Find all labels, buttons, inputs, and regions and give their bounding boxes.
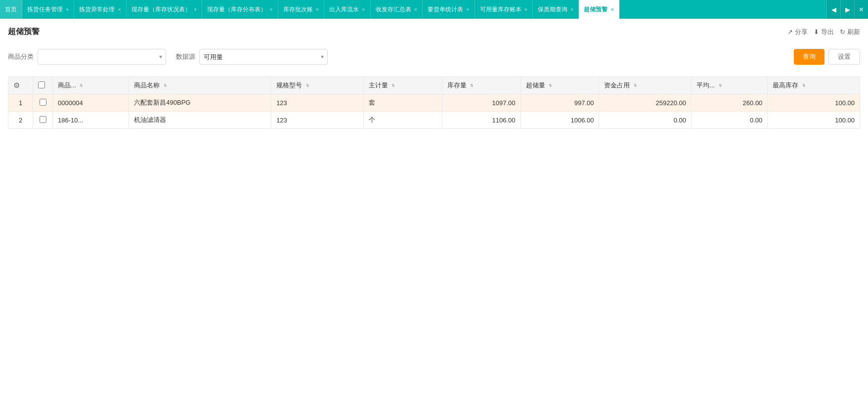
th-excess-label: 超储量 xyxy=(526,81,545,89)
close-icon[interactable]: × xyxy=(118,6,121,12)
nav-item-5[interactable]: 库存批次账 × xyxy=(278,0,324,19)
nav-next-button[interactable]: ▶ xyxy=(840,0,854,19)
nav-arrows: ◀ ▶ ✕ xyxy=(826,0,868,19)
td-unit: 套 xyxy=(363,94,442,112)
td-excess: 1006.00 xyxy=(521,112,599,129)
nav-item-home[interactable]: 首页 xyxy=(0,0,22,19)
nav-item-label: 拣货异常处理 xyxy=(79,5,115,14)
page-container: 超储预警 ↗ 分享 ⬇ 导出 ↻ 刷新 商品分类 xyxy=(0,19,868,395)
nav-item-4[interactable]: 现存量（库存分布表） × xyxy=(202,0,278,19)
export-label: 导出 xyxy=(821,28,834,37)
th-capital-label: 资金占用 xyxy=(604,81,630,89)
sort-icon: ⇅ xyxy=(391,84,395,88)
th-max-stock[interactable]: 最高库存 ⇅ xyxy=(768,77,860,94)
td-capital: 0.00 xyxy=(599,112,692,129)
close-icon[interactable]: × xyxy=(414,6,417,12)
sort-icon: ⇅ xyxy=(802,84,806,88)
page-header: 超储预警 ↗ 分享 ⬇ 导出 ↻ 刷新 xyxy=(8,27,860,37)
nav-item-label: 保质期查询 xyxy=(538,5,567,14)
th-stock[interactable]: 库存量 ⇅ xyxy=(442,77,521,94)
th-settings[interactable]: ⚙ xyxy=(8,77,33,94)
settings-button[interactable]: 设置 xyxy=(828,49,860,65)
td-stock: 1097.00 xyxy=(442,94,521,112)
query-button[interactable]: 查询 xyxy=(794,49,825,65)
td-index: 2 xyxy=(8,112,33,129)
close-icon[interactable]: × xyxy=(362,6,365,12)
category-select[interactable] xyxy=(38,49,166,65)
nav-item-active[interactable]: 超储预警 × xyxy=(579,0,619,19)
nav-item-label: 库存批次账 xyxy=(283,5,313,14)
refresh-icon: ↻ xyxy=(840,28,845,36)
data-table: ⚙ 商品... ⇅ 商品名称 ⇅ 规格型号 ⇅ 主计量 xyxy=(8,77,860,129)
datasource-label: 数据源 xyxy=(176,52,195,61)
nav-item-10[interactable]: 保质期查询 × xyxy=(533,0,579,19)
nav-item-2[interactable]: 拣货异常处理 × xyxy=(74,0,126,19)
share-button[interactable]: ↗ 分享 xyxy=(787,28,808,37)
td-unit: 个 xyxy=(363,112,442,129)
td-index: 1 xyxy=(8,94,33,112)
th-max-stock-label: 最高库存 xyxy=(773,81,798,89)
td-check[interactable] xyxy=(33,112,53,129)
close-icon[interactable]: × xyxy=(466,6,469,12)
nav-bar: 首页 拣货任务管理 × 拣货异常处理 × 现存量（库存状况表） × 现存量（库存… xyxy=(0,0,868,19)
close-icon[interactable]: × xyxy=(269,6,272,12)
nav-item-label: 可用量库存账本 xyxy=(480,5,521,14)
row-checkbox[interactable] xyxy=(40,99,46,106)
td-stock: 1106.00 xyxy=(442,112,521,129)
nav-close-button[interactable]: ✕ xyxy=(854,0,868,19)
page-title: 超储预警 xyxy=(8,27,40,37)
td-check[interactable] xyxy=(33,94,53,112)
nav-item-9[interactable]: 可用量库存账本 × xyxy=(475,0,533,19)
datasource-select[interactable]: 可用量 xyxy=(199,49,328,65)
th-avg[interactable]: 平均... ⇅ xyxy=(692,77,768,94)
td-spec: 123 xyxy=(271,112,364,129)
table-row[interactable]: 2 186-10... 机油滤清器 123 个 1106.00 1006.00 … xyxy=(8,112,860,129)
td-max-stock: 100.00 xyxy=(768,94,860,112)
sort-icon: ⇅ xyxy=(306,84,309,88)
share-label: 分享 xyxy=(795,28,808,37)
export-button[interactable]: ⬇ 导出 xyxy=(814,28,834,37)
datasource-select-wrapper: 可用量 xyxy=(199,49,328,65)
th-product-name[interactable]: 商品名称 ⇅ xyxy=(129,77,271,94)
refresh-button[interactable]: ↻ 刷新 xyxy=(840,28,860,37)
select-all-checkbox[interactable] xyxy=(38,81,45,88)
filter-area: 商品分类 数据源 可用量 查询 设置 xyxy=(8,45,860,69)
close-icon[interactable]: × xyxy=(610,6,613,12)
close-icon[interactable]: × xyxy=(194,6,197,12)
refresh-label: 刷新 xyxy=(847,28,860,37)
sort-icon: ⇅ xyxy=(549,84,552,88)
close-icon[interactable]: × xyxy=(66,6,69,12)
th-product-name-label: 商品名称 xyxy=(134,81,160,89)
nav-item-6[interactable]: 出入库流水 × xyxy=(324,0,370,19)
th-product-code[interactable]: 商品... ⇅ xyxy=(53,77,129,94)
th-stock-label: 库存量 xyxy=(447,81,467,89)
nav-item-3[interactable]: 现存量（库存状况表） × xyxy=(127,0,202,19)
td-product-name: 六配套新昌490BPG xyxy=(129,94,271,112)
sort-icon: ⇅ xyxy=(719,84,722,88)
nav-item-label: 首页 xyxy=(5,5,17,14)
row-checkbox[interactable] xyxy=(40,116,46,123)
td-capital: 259220.00 xyxy=(599,94,692,112)
th-check[interactable] xyxy=(33,77,53,94)
td-excess: 997.00 xyxy=(521,94,599,112)
nav-item-7[interactable]: 收发存汇总表 × xyxy=(371,0,423,19)
th-capital[interactable]: 资金占用 ⇅ xyxy=(599,77,692,94)
th-excess[interactable]: 超储量 ⇅ xyxy=(521,77,599,94)
nav-item-1[interactable]: 拣货任务管理 × xyxy=(22,0,74,19)
nav-item-8[interactable]: 要货单统计表 × xyxy=(423,0,475,19)
gear-icon: ⚙ xyxy=(13,81,20,89)
close-icon[interactable]: × xyxy=(570,6,573,12)
th-unit[interactable]: 主计量 ⇅ xyxy=(363,77,442,94)
table-row[interactable]: 1 0000004 六配套新昌490BPG 123 套 1097.00 997.… xyxy=(8,94,860,112)
close-icon[interactable]: × xyxy=(524,6,527,12)
sort-icon: ⇅ xyxy=(634,84,637,88)
td-max-stock: 100.00 xyxy=(768,112,860,129)
td-product-code: 0000004 xyxy=(53,94,129,112)
th-unit-label: 主计量 xyxy=(369,81,388,89)
close-icon[interactable]: × xyxy=(316,6,319,12)
th-spec[interactable]: 规格型号 ⇅ xyxy=(271,77,364,94)
th-avg-label: 平均... xyxy=(696,81,715,89)
datasource-filter-group: 数据源 可用量 xyxy=(176,49,328,65)
nav-prev-button[interactable]: ◀ xyxy=(826,0,840,19)
nav-item-label: 超储预警 xyxy=(584,5,608,14)
